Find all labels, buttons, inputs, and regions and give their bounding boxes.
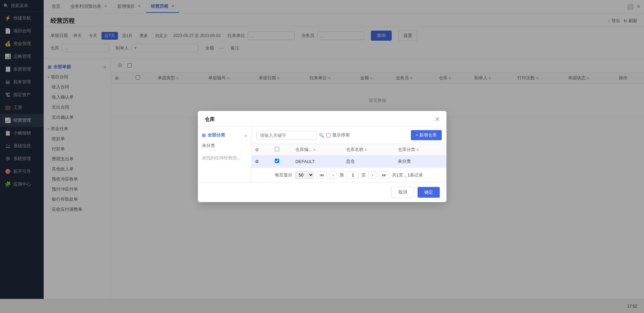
show-disabled-label: 显示停用 [332,132,350,138]
cancel-button[interactable]: 取消 [391,187,414,198]
modal-col-code: 仓库编...⇅ [292,144,342,156]
modal-gear-icon: ⚙ [255,147,259,152]
modal-pagination: 每页显示 50 20 100 ⏮ ‹ 第 页 › ⏭ 共1页，1条记录 [252,167,446,182]
modal-table-wrapper: ⚙ 仓库编...⇅ 仓库名称⇅ 仓库分类⇅ ⚙ DEFAUL [252,144,446,167]
modal-body: ⊞ 全部分类 « 未分类 未找到任何经营历... 🔍 [198,127,446,182]
row-name-cell: 总仓 [343,156,394,167]
modal-search-area: 🔍 显示停用 [256,131,350,140]
modal-no-result-msg: 未找到任何经营历... [198,151,251,165]
modal-page-label: 第 [340,172,344,178]
modal-col-category: 仓库分类⇅ [394,144,446,156]
modal-sort-1: ⇅ [313,148,316,152]
show-disabled-checkbox[interactable] [326,133,331,138]
modal-right-panel: 🔍 显示停用 + 新增仓库 ⚙ [252,127,446,182]
row-checkbox[interactable] [275,159,279,163]
modal-sort-2: ⇅ [364,148,367,152]
modal-table-row[interactable]: ⚙ DEFAULT 总仓 未分类 [252,156,446,167]
grid-icon-modal: ⊞ [202,133,206,138]
modal-header: 仓库 ✕ [198,111,446,127]
row-category-cell: 未分类 [394,156,446,167]
modal-prev-page-btn[interactable]: ‹ [330,171,337,179]
modal-left-header: ⊞ 全部分类 « [198,130,251,140]
row-check-cell [271,156,292,167]
modal-title: 仓库 [205,116,215,123]
confirm-button[interactable]: 确定 [418,187,440,198]
modal-all-label: 全部分类 [208,132,225,138]
modal-footer: 取消 确定 [198,182,446,202]
modal-category-label: 未分类 [202,143,215,148]
row-gear-icon: ⚙ [255,159,259,164]
modal-per-page-label: 每页显示 [275,172,292,178]
modal-per-page-select[interactable]: 50 20 100 [295,171,314,179]
modal-search-input[interactable] [256,131,317,140]
row-gear-cell: ⚙ [252,156,272,167]
row-code-cell: DEFAULT [292,156,342,167]
modal-overlay[interactable]: 仓库 ✕ ⊞ 全部分类 « 未分类 未找到任何经营历... [0,0,644,313]
modal-warehouse-table: ⚙ 仓库编...⇅ 仓库名称⇅ 仓库分类⇅ ⚙ DEFAUL [252,144,446,167]
modal-col-gear: ⚙ [252,144,272,156]
modal-first-page-btn[interactable]: ⏮ [316,171,327,179]
modal-close-button[interactable]: ✕ [435,116,440,123]
modal-next-page-btn[interactable]: › [369,171,376,179]
modal-search-icon[interactable]: 🔍 [319,133,324,138]
modal-page-input[interactable] [347,171,359,179]
modal-col-name: 仓库名称⇅ [343,144,394,156]
modal-left-collapse-icon[interactable]: « [244,132,247,138]
warehouse-modal: 仓库 ✕ ⊞ 全部分类 « 未分类 未找到任何经营历... [198,111,446,202]
modal-page-end-label: 页 [361,172,366,178]
modal-all-category-button[interactable]: ⊞ 全部分类 [202,132,225,138]
modal-toolbar: 🔍 显示停用 + 新增仓库 [252,127,446,144]
modal-left-panel: ⊞ 全部分类 « 未分类 未找到任何经营历... [198,127,252,182]
modal-header-checkbox[interactable] [275,147,279,151]
modal-show-disabled-checkbox-label[interactable]: 显示停用 [326,132,350,138]
modal-category-unclassified[interactable]: 未分类 [198,140,251,151]
modal-sort-3: ⇅ [416,148,419,152]
modal-last-page-btn[interactable]: ⏭ [379,171,389,179]
modal-col-check [271,144,292,156]
modal-total-label: 共1页，1条记录 [392,172,423,178]
add-warehouse-button[interactable]: + 新增仓库 [411,130,441,140]
